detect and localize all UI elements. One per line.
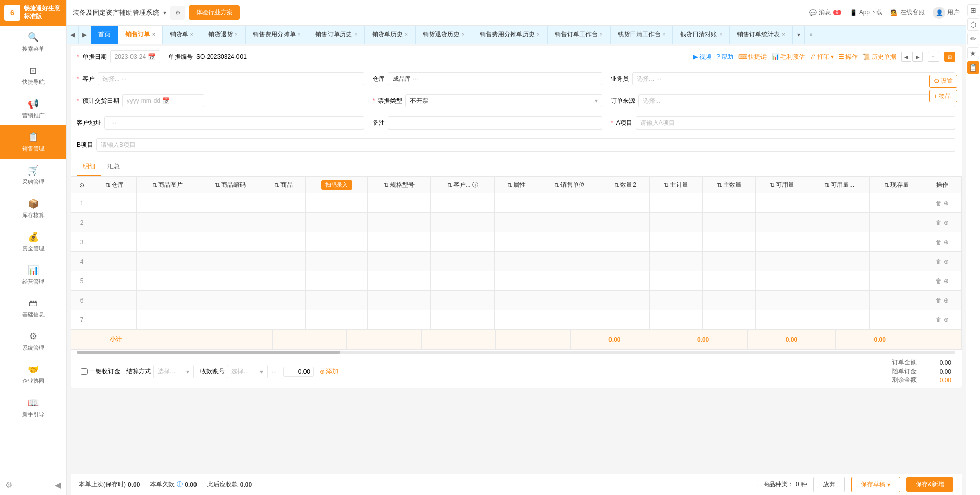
copy-row-button[interactable]: ⊕ xyxy=(943,219,950,226)
delete-row-button[interactable]: 🗑 xyxy=(934,239,943,246)
th-image[interactable]: ⇅商品图片 xyxy=(136,177,199,193)
th-attr[interactable]: ⇅属性 xyxy=(495,177,538,193)
sidebar-item-企业协同[interactable]: 🤝企业协同 xyxy=(0,358,66,391)
detail-tab-0[interactable]: 明细 xyxy=(77,158,101,176)
rt-tool-5[interactable]: 📋 xyxy=(967,61,979,74)
tab-close-icon[interactable]: × xyxy=(405,32,408,37)
tab-close-icon[interactable]: × xyxy=(462,32,465,37)
sidebar-item-基础信息[interactable]: 🗃基础信息 xyxy=(0,292,66,325)
help-button[interactable]: ? 帮助 xyxy=(716,53,733,61)
app-download-button[interactable]: 📱 App下载 xyxy=(850,8,882,17)
delete-row-button[interactable]: 🗑 xyxy=(934,316,943,324)
sidebar-item-系统管理[interactable]: ⚙系统管理 xyxy=(0,325,66,358)
rt-tool-4[interactable]: ★ xyxy=(967,47,979,59)
th-customer_code[interactable]: ⇅客户... ⓘ xyxy=(431,177,495,193)
tab-close-icon[interactable]: × xyxy=(663,32,666,37)
copy-row-button[interactable]: ⊕ xyxy=(943,239,950,246)
tab-end-btn-0[interactable]: ▾ xyxy=(793,26,805,44)
th-avail_qty2[interactable]: ⇅可用量... xyxy=(809,177,870,193)
sidebar-settings-icon[interactable]: ⚙ xyxy=(5,480,12,490)
scrollbar-area[interactable] xyxy=(71,350,962,355)
add-payment-button[interactable]: ⊕ 添加 xyxy=(320,367,338,376)
nav-next-button[interactable]: ▶ xyxy=(912,52,923,62)
th-main_unit[interactable]: ⇅主计量 xyxy=(649,177,703,193)
tab-item-8[interactable]: 销售费用分摊单历史× xyxy=(472,26,548,44)
shortcut-button[interactable]: ⌨ 快捷键 xyxy=(738,53,767,61)
th-main_qty[interactable]: ⇅主数量 xyxy=(703,177,756,193)
print-button[interactable]: 🖨 打印 ▾ xyxy=(810,53,834,61)
sidebar-item-搜索菜单[interactable]: 🔍搜索菜单 xyxy=(0,26,66,59)
discard-button[interactable]: 放弃 xyxy=(813,477,845,492)
tab-next-button[interactable]: ▶ xyxy=(79,26,91,44)
project-a-input[interactable]: 请输入A项目 xyxy=(636,116,955,130)
delete-row-button[interactable]: 🗑 xyxy=(934,277,943,285)
operation-button[interactable]: ☰ 操作 xyxy=(839,53,858,61)
tab-close-icon[interactable]: × xyxy=(298,32,301,37)
history-button[interactable]: 📜 历史单据 xyxy=(863,53,896,61)
ticket-select[interactable]: 不开票 ▾ xyxy=(405,94,602,107)
message-button[interactable]: 💬 消息 9 xyxy=(809,8,841,17)
tab-item-2[interactable]: 销货单× xyxy=(163,26,201,44)
profit-button[interactable]: 📊 毛利预估 xyxy=(772,53,805,61)
th-spec[interactable]: ⇅规格型号 xyxy=(368,177,431,193)
rt-tool-3[interactable]: ✏ xyxy=(967,33,979,45)
sidebar-item-新手引导[interactable]: 📖新手引导 xyxy=(0,391,66,424)
customer-input[interactable]: 选择... ··· xyxy=(98,72,364,85)
setup-button[interactable]: ⚙ 设置 xyxy=(929,75,957,88)
warehouse-input[interactable]: 成品库 ··· xyxy=(388,72,602,85)
th-scan[interactable]: 扫码录入 xyxy=(305,177,368,193)
settings-gear-button[interactable]: ⚙ xyxy=(170,6,185,20)
tab-prev-button[interactable]: ◀ xyxy=(67,26,79,44)
th-warehouse[interactable]: ⇅仓库 xyxy=(93,177,137,193)
save-new-button[interactable]: 保存&新增 xyxy=(906,477,953,492)
project-b-input[interactable]: 请输入B项目 xyxy=(96,138,955,152)
tab-item-7[interactable]: 销货退货历史× xyxy=(416,26,472,44)
payment-amount-input[interactable] xyxy=(283,367,314,377)
th-current_qty[interactable]: ⇅现存量 xyxy=(870,177,923,193)
tab-item-0[interactable]: 首页 xyxy=(91,26,118,44)
delete-row-button[interactable]: 🗑 xyxy=(934,219,943,226)
th-product[interactable]: ⇅商品 xyxy=(262,177,306,193)
account-select[interactable]: 选择... ▾ xyxy=(227,365,268,378)
staff-input[interactable]: 选择... ··· xyxy=(632,72,955,85)
copy-row-button[interactable]: ⊕ xyxy=(943,277,950,285)
th-avail_qty[interactable]: ⇅可用量 xyxy=(756,177,809,193)
tab-item-11[interactable]: 钱货日清对账× xyxy=(673,26,730,44)
tab-close-icon[interactable]: × xyxy=(600,32,603,37)
scan-button[interactable]: 扫码录入 xyxy=(321,180,352,190)
th-code[interactable]: ⇅商品编码 xyxy=(199,177,262,193)
nav-prev-button[interactable]: ◀ xyxy=(901,52,911,62)
delete-row-button[interactable]: 🗑 xyxy=(934,297,943,304)
payment-method-select[interactable]: 选择... ▾ xyxy=(153,365,194,378)
auto-settle-input[interactable] xyxy=(81,368,88,375)
note-input[interactable] xyxy=(388,116,602,130)
save-draft-button[interactable]: 保存草稿 ▾ xyxy=(851,477,900,492)
sidebar-item-经营管理[interactable]: 📊经营管理 xyxy=(0,259,66,292)
delivery-input[interactable]: yyyy-mm-dd 📅 xyxy=(122,94,204,107)
delete-row-button[interactable]: 🗑 xyxy=(934,200,943,207)
sidebar-item-快捷导航[interactable]: ⊡快捷导航 xyxy=(0,59,66,92)
sidebar-item-营销推广[interactable]: 📢营销推广 xyxy=(0,92,66,125)
list-view-button[interactable]: ≡ xyxy=(928,52,939,62)
tab-item-4[interactable]: 销售费用分摊单× xyxy=(246,26,309,44)
user-avatar[interactable]: 👤 用户 xyxy=(933,7,960,19)
online-service-button[interactable]: 💁 在线客服 xyxy=(890,8,925,17)
copy-row-button[interactable]: ⊕ xyxy=(943,297,950,304)
tab-close-icon[interactable]: × xyxy=(354,32,357,37)
rt-tool-1[interactable]: ⊞ xyxy=(967,4,979,16)
sidebar-item-资金管理[interactable]: 💰资金管理 xyxy=(0,225,66,259)
date-input[interactable]: 2023-03-24 📅 xyxy=(110,50,160,63)
sidebar-item-销售管理[interactable]: 📋销售管理 xyxy=(0,125,66,159)
detail-tab-1[interactable]: 汇总 xyxy=(101,158,126,176)
tab-close-icon[interactable]: × xyxy=(235,32,238,37)
copy-row-button[interactable]: ⊕ xyxy=(943,200,950,207)
sidebar-item-采购管理[interactable]: 🛒采购管理 xyxy=(0,159,66,192)
solution-button[interactable]: 体验行业方案 xyxy=(189,5,240,20)
tab-item-12[interactable]: 销售订单统计表× xyxy=(730,26,793,44)
tab-close-icon[interactable]: × xyxy=(782,32,785,37)
grid-view-button[interactable]: ⊞ xyxy=(944,52,955,62)
tab-item-10[interactable]: 钱货日清工作台× xyxy=(611,26,673,44)
goods-button[interactable]: + 物品 xyxy=(929,90,957,102)
copy-row-button[interactable]: ⊕ xyxy=(943,316,950,324)
tab-end-btn-1[interactable]: × xyxy=(805,26,817,44)
